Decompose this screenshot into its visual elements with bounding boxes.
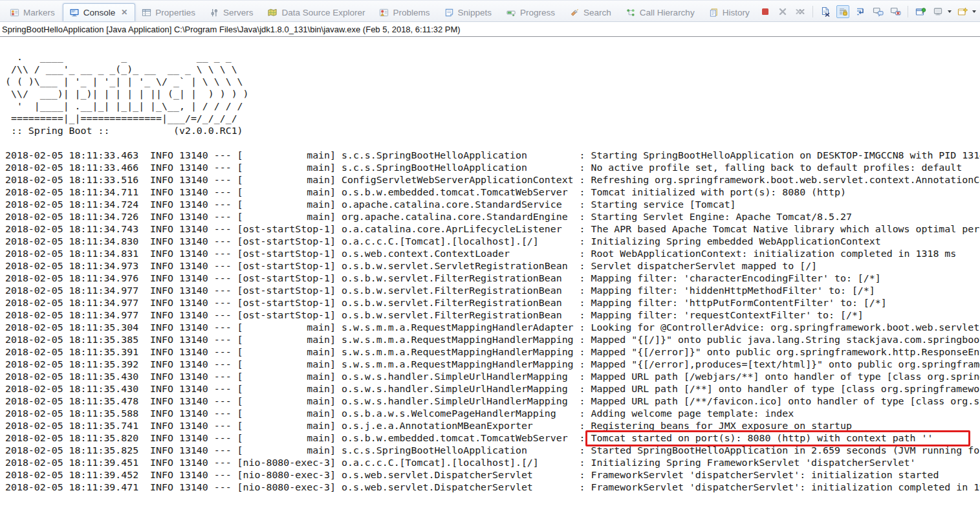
console-title: SpringBootHelloApplication [Java Applica… [0, 23, 980, 37]
tab-label: Search [583, 8, 611, 17]
console-line: 2018-02-05 18:11:35.430 INFO 13140 --- [… [5, 371, 980, 383]
console-line: 2018-02-05 18:11:33.463 INFO 13140 --- [… [5, 149, 980, 162]
tab-label: History [723, 8, 750, 17]
properties-icon [142, 8, 151, 17]
pin-console-icon[interactable] [914, 5, 927, 18]
view-tabbar: Markers Console ✕ Properties Servers Dat… [0, 0, 980, 22]
toolbar-separator [812, 6, 813, 17]
display-console-dropdown-caret[interactable] [948, 10, 952, 13]
console-line: 2018-02-05 18:11:34.724 INFO 13140 --- [… [5, 199, 980, 211]
console-line: 2018-02-05 18:11:35.304 INFO 13140 --- [… [5, 322, 980, 334]
remove-all-launches-icon[interactable] [794, 5, 807, 18]
markers-icon [10, 8, 19, 17]
tab-label: Servers [223, 8, 254, 17]
history-icon [709, 8, 719, 17]
console-line: 2018-02-05 18:11:39.452 INFO 13140 --- [… [5, 469, 980, 481]
console-line: . ____ _ __ _ _ [5, 51, 980, 63]
remove-launch-icon[interactable] [776, 5, 789, 18]
console-toolbar [759, 1, 976, 23]
call-hierarchy-icon [626, 8, 636, 17]
console-line: /\\ / ___'_ __ _ _(_)_ __ __ _ \ \ \ \ [5, 63, 980, 76]
show-stderr-icon[interactable] [889, 5, 902, 18]
tab-label: Markers [23, 8, 55, 17]
tab-label: Problems [393, 8, 430, 17]
data-source-explorer-icon [267, 8, 278, 17]
tab-snippets[interactable]: Snippets [438, 3, 500, 21]
console-icon [69, 8, 80, 17]
console-line [5, 137, 980, 149]
console-line: ( ( )\___ | '_ | '_| | '_ \/ _` | \ \ \ … [5, 76, 980, 88]
console-line: 2018-02-05 18:11:34.973 INFO 13140 --- [… [5, 260, 980, 272]
console-line: 2018-02-05 18:11:39.451 INFO 13140 --- [… [5, 457, 980, 469]
tab-label: Console [83, 8, 116, 17]
console-line: 2018-02-05 18:11:35.391 INFO 13140 --- [… [5, 346, 980, 358]
console-line: 2018-02-05 18:11:35.392 INFO 13140 --- [… [5, 358, 980, 371]
console-line: \\/ ___)| |_)| | | | | || (_| | ) ) ) ) [5, 88, 980, 100]
console-line: 2018-02-05 18:11:39.471 INFO 13140 --- [… [5, 481, 980, 494]
console-line: 2018-02-05 18:11:35.820 INFO 13140 --- [… [5, 432, 980, 445]
console-line: =========|_|==============|___/=/_/_/_/ [5, 113, 980, 125]
console-line: 2018-02-05 18:11:34.831 INFO 13140 --- [… [5, 248, 980, 260]
clear-console-icon[interactable] [819, 5, 832, 18]
console-body: . ____ _ __ _ _ /\\ / ___'_ __ _ _(_)_ _… [0, 38, 980, 506]
word-wrap-icon[interactable] [854, 5, 867, 18]
open-console-icon[interactable] [956, 5, 969, 18]
scroll-lock-icon[interactable] [836, 5, 849, 18]
tab-label: Snippets [458, 8, 492, 17]
console-line: 2018-02-05 18:11:35.430 INFO 13140 --- [… [5, 383, 980, 395]
servers-icon [210, 8, 219, 17]
tab-progress[interactable]: Progress [499, 3, 563, 21]
console-line: 2018-02-05 18:11:33.516 INFO 13140 --- [… [5, 174, 980, 186]
tab-data-source-explorer[interactable]: Data Source Explorer [261, 3, 373, 21]
console-line: :: Spring Boot :: (v2.0.0.RC1) [5, 125, 980, 137]
progress-icon [506, 8, 516, 17]
terminate-icon[interactable] [759, 5, 772, 18]
console-output[interactable]: . ____ _ __ _ _ /\\ / ___'_ __ _ _(_)_ _… [0, 38, 980, 506]
open-console-dropdown-caret[interactable] [972, 10, 976, 13]
problems-icon [379, 8, 389, 17]
show-stdout-icon[interactable] [871, 5, 884, 18]
console-line: 2018-02-05 18:11:35.385 INFO 13140 --- [… [5, 334, 980, 346]
eclipse-console-view: Markers Console ✕ Properties Servers Dat… [0, 0, 980, 506]
console-line [5, 39, 980, 51]
display-selected-console-icon[interactable] [931, 5, 944, 18]
tab-problems[interactable]: Problems [373, 3, 437, 21]
tab-servers[interactable]: Servers [203, 3, 261, 21]
console-line: 2018-02-05 18:11:35.588 INFO 13140 --- [… [5, 408, 980, 420]
console-line: 2018-02-05 18:11:33.466 INFO 13140 --- [… [5, 162, 980, 174]
tab-search[interactable]: Search [563, 3, 619, 21]
tab-call-hierarchy[interactable]: Call Hierarchy [619, 3, 702, 21]
console-line: 2018-02-05 18:11:35.741 INFO 13140 --- [… [5, 420, 980, 432]
tab-history[interactable]: History [702, 3, 757, 21]
console-line: ' |____| .__|_| |_|_| |_\__, | / / / / [5, 100, 980, 113]
tab-label: Data Source Explorer [281, 8, 365, 17]
tab-console[interactable]: Console ✕ [63, 3, 136, 21]
console-line: 2018-02-05 18:11:34.977 INFO 13140 --- [… [5, 309, 980, 322]
tab-label: Progress [520, 8, 555, 17]
tab-label: Call Hierarchy [640, 8, 695, 17]
console-line: 2018-02-05 18:11:34.830 INFO 13140 --- [… [5, 236, 980, 248]
tab-properties[interactable]: Properties [135, 3, 203, 21]
console-line: 2018-02-05 18:11:34.726 INFO 13140 --- [… [5, 211, 980, 223]
toolbar-separator [908, 6, 908, 17]
snippets-icon [444, 8, 454, 17]
search-icon [569, 8, 580, 17]
tab-label: Properties [155, 8, 195, 17]
console-line: 2018-02-05 18:11:34.743 INFO 13140 --- [… [5, 223, 980, 236]
console-line: 2018-02-05 18:11:34.977 INFO 13140 --- [… [5, 285, 980, 297]
console-line: 2018-02-05 18:11:34.711 INFO 13140 --- [… [5, 186, 980, 199]
tab-markers[interactable]: Markers [3, 3, 63, 21]
console-line: 2018-02-05 18:11:35.825 INFO 13140 --- [… [5, 445, 980, 457]
console-line: 2018-02-05 18:11:34.976 INFO 13140 --- [… [5, 272, 980, 285]
close-icon[interactable]: ✕ [121, 8, 127, 17]
view-tabs: Markers Console ✕ Properties Servers Dat… [0, 0, 757, 22]
console-line: 2018-02-05 18:11:35.478 INFO 13140 --- [… [5, 395, 980, 408]
console-line: 2018-02-05 18:11:34.977 INFO 13140 --- [… [5, 297, 980, 309]
